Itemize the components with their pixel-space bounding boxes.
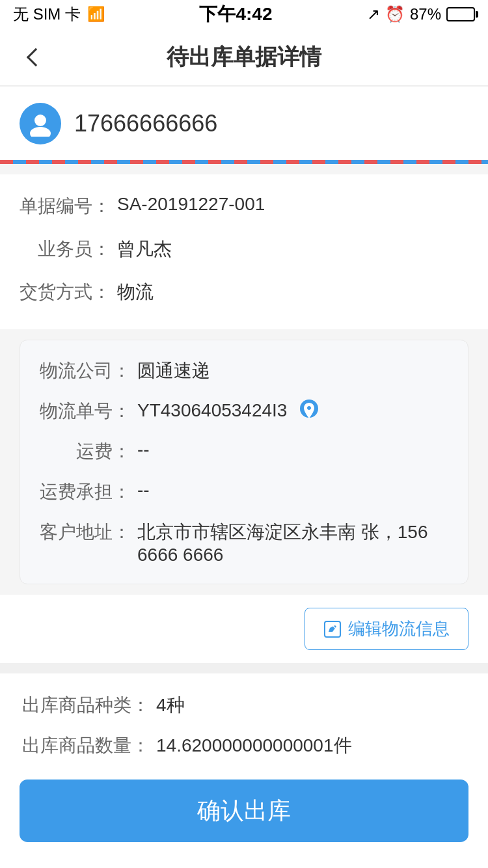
- edit-logistics-area: 编辑物流信息: [0, 595, 488, 663]
- goods-qty-label: 出库商品数量：: [20, 733, 150, 758]
- back-button[interactable]: [20, 41, 52, 74]
- freight-label: 运费：: [40, 439, 131, 464]
- status-time: 下午4:42: [199, 2, 272, 27]
- address-label: 客户地址：: [40, 520, 131, 545]
- status-right: ↗ ⏰ 87%: [367, 5, 475, 23]
- customer-header: 17666666666: [0, 87, 488, 160]
- delivery-value: 物流: [117, 280, 468, 305]
- carrier-label: 无 SIM 卡: [13, 4, 81, 25]
- edit-icon: [323, 620, 342, 638]
- freight-bearer-value: --: [137, 480, 448, 500]
- battery-percent: 87%: [410, 5, 441, 23]
- doc-no-label: 单据编号：: [20, 194, 111, 219]
- confirm-btn-label: 确认出库: [197, 795, 291, 827]
- alarm-status-icon: ⏰: [385, 5, 405, 23]
- delivery-label: 交货方式：: [20, 280, 111, 305]
- confirm-btn-wrap: 确认出库: [0, 766, 488, 868]
- goods-qty-value: 14.620000000000001件: [156, 733, 352, 758]
- tracking-label: 物流单号：: [40, 399, 131, 424]
- basic-info-section: 单据编号： SA-20191227-001 业务员： 曾凡杰 交货方式： 物流: [0, 174, 488, 329]
- delivery-row: 交货方式： 物流: [20, 280, 468, 305]
- logistics-company-value: 圆通速递: [137, 359, 448, 383]
- tracking-number: YT43064053424I3: [137, 400, 287, 421]
- address-row: 客户地址： 北京市市辖区海淀区永丰南 张，156 6666 6666: [40, 520, 448, 565]
- status-bar: 无 SIM 卡 📶 下午4:42 ↗ ⏰ 87%: [0, 0, 488, 29]
- location-status-icon: ↗: [367, 5, 380, 23]
- status-left: 无 SIM 卡 📶: [13, 4, 105, 25]
- dashed-divider: [0, 160, 488, 164]
- freight-value: --: [137, 439, 448, 460]
- svg-point-0: [34, 115, 46, 126]
- salesman-row: 业务员： 曾凡杰: [20, 237, 468, 262]
- edit-logistics-label: 编辑物流信息: [348, 617, 450, 640]
- avatar: [20, 103, 61, 144]
- salesman-value: 曾凡杰: [117, 237, 468, 262]
- goods-qty-row: 出库商品数量： 14.620000000000001件: [20, 733, 468, 758]
- tracking-value: YT43064053424I3: [137, 399, 448, 422]
- freight-bearer-row: 运费承担： --: [40, 480, 448, 504]
- goods-type-label: 出库商品种类：: [20, 693, 150, 718]
- back-arrow-icon: [27, 47, 45, 66]
- wifi-icon: 📶: [87, 6, 105, 23]
- edit-logistics-button[interactable]: 编辑物流信息: [305, 608, 468, 650]
- logistics-card: 物流公司： 圆通速递 物流单号： YT43064053424I3 运费： -- …: [20, 340, 468, 584]
- svg-point-1: [30, 127, 51, 137]
- nav-bar: 待出库单据详情: [0, 29, 488, 86]
- customer-phone: 17666666666: [74, 110, 217, 137]
- tracking-row: 物流单号： YT43064053424I3: [40, 399, 448, 424]
- goods-type-row: 出库商品种类： 4种: [20, 693, 468, 718]
- freight-row: 运费： --: [40, 439, 448, 464]
- logistics-company-label: 物流公司：: [40, 359, 131, 383]
- gray-separator: [0, 663, 488, 673]
- page-title: 待出库单据详情: [52, 42, 436, 72]
- goods-type-value: 4种: [156, 693, 185, 718]
- address-value: 北京市市辖区海淀区永丰南 张，156 6666 6666: [137, 520, 448, 565]
- doc-no-value: SA-20191227-001: [117, 194, 468, 215]
- salesman-label: 业务员：: [20, 237, 111, 262]
- logistics-company-row: 物流公司： 圆通速递: [40, 359, 448, 383]
- confirm-outbound-button[interactable]: 确认出库: [20, 780, 468, 842]
- avatar-icon: [27, 111, 53, 137]
- map-pin-icon[interactable]: [297, 399, 321, 422]
- freight-bearer-label: 运费承担：: [40, 480, 131, 504]
- battery-icon: [446, 7, 475, 21]
- doc-no-row: 单据编号： SA-20191227-001: [20, 194, 468, 219]
